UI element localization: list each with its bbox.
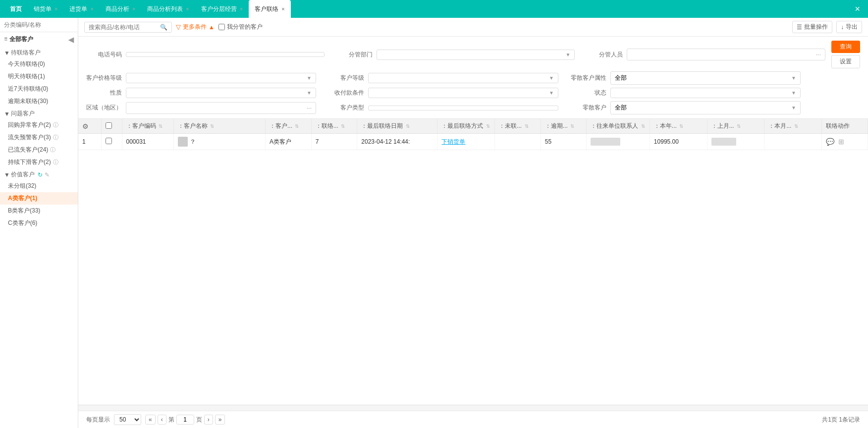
- page-prev-button[interactable]: ‹: [158, 415, 166, 425]
- dept-select[interactable]: ▼: [377, 50, 575, 60]
- th-last-way[interactable]: ：最后联络方式 ⇅: [437, 119, 495, 134]
- sidebar-item-c-class[interactable]: C类客户(6): [0, 217, 78, 229]
- group-value-customers[interactable]: ▼ 价值客户 ↻ ✎: [0, 168, 78, 180]
- th-last-month-label: ：上月...: [711, 122, 734, 129]
- nav-tab-purchase[interactable]: 进货单 ×: [63, 0, 99, 18]
- th-last-month[interactable]: ：上月... ⇅: [707, 119, 764, 134]
- more-filter-button[interactable]: ▽ 更多条件 ▲: [176, 23, 215, 31]
- payment-arrow-icon: ▼: [549, 90, 554, 96]
- th-contact[interactable]: ：联络... ⇅: [311, 119, 357, 134]
- sidebar-item-7days[interactable]: 近7天待联络(0): [0, 83, 78, 95]
- sidebar-item-today[interactable]: 今天待联络(0): [0, 58, 78, 70]
- cell-last-month: [707, 134, 764, 150]
- customer-contact-label: 客户联络: [255, 5, 278, 13]
- th-last-date-sort: ⇅: [406, 123, 410, 129]
- table-settings-icon[interactable]: ⚙: [82, 122, 89, 130]
- filter-field-payment: 收付款条件 ▼: [328, 88, 558, 98]
- nav-tab-product-analysis[interactable]: 商品分析 ×: [100, 0, 141, 18]
- th-action-label: 联络动作: [826, 122, 850, 129]
- close-purchase-icon[interactable]: ×: [90, 6, 93, 12]
- sidebar-item-ungrouped[interactable]: 未分组(32): [0, 180, 78, 192]
- close-customer-tier-icon[interactable]: ×: [240, 6, 243, 12]
- top-close-button[interactable]: ×: [851, 4, 864, 14]
- sidebar-item-a-class[interactable]: A类客户(1): [0, 192, 78, 205]
- sidebar-item-churned[interactable]: 已流失客户(24) ⓘ: [0, 144, 78, 156]
- my-customers-checkbox[interactable]: [218, 24, 225, 30]
- filter-search-input[interactable]: [89, 24, 158, 31]
- settings-button[interactable]: 设置: [831, 55, 860, 68]
- th-code[interactable]: ：客户编码 ⇅: [122, 119, 173, 134]
- group-pending-contact[interactable]: ▼ 待联络客户: [0, 47, 78, 58]
- payment-select[interactable]: ▼: [368, 88, 558, 98]
- page-next-button[interactable]: ›: [204, 415, 213, 425]
- nav-tab-home[interactable]: 首页: [4, 0, 28, 18]
- adv-filter-row-1: 电话号码 分管部门 ▼ 分管人员 ···: [86, 41, 860, 68]
- sidebar-item-churn-warning[interactable]: 流失预警客户(3) ⓘ: [0, 131, 78, 144]
- region-dots-icon[interactable]: ···: [307, 105, 312, 111]
- filter-search-icon[interactable]: 🔍: [160, 24, 167, 31]
- content-area: 🔍 ▽ 更多条件 ▲ 我分管的客户 ☰ 批量操作 ↓ 导出: [78, 18, 868, 428]
- ungrouped-label: 未分组(32): [8, 182, 36, 190]
- th-contact-sort: ⇅: [341, 123, 345, 129]
- retail-select[interactable]: 全部 ▼: [610, 101, 801, 114]
- all-customers-header[interactable]: ⠿ 全部客户 ◀: [0, 32, 78, 47]
- group-value-edit-icon[interactable]: ✎: [45, 171, 50, 178]
- close-customer-contact-icon[interactable]: ×: [281, 6, 284, 12]
- th-this-month[interactable]: ：本月... ⇅: [764, 119, 822, 134]
- horizontal-scrollbar[interactable]: [78, 405, 868, 411]
- batch-op-label: 批量操作: [804, 23, 828, 31]
- sidebar-item-overdue[interactable]: 逾期未联络(30): [0, 95, 78, 107]
- th-unit-contact[interactable]: ：往来单位联系人 ⇅: [587, 119, 650, 134]
- page-last-button[interactable]: »: [215, 415, 225, 425]
- th-no-contact[interactable]: ：未联... ⇅: [495, 119, 541, 134]
- select-all-checkbox[interactable]: [106, 122, 112, 129]
- sidebar-item-continuous-decline[interactable]: 持续下滑客户(2) ⓘ: [0, 156, 78, 168]
- customer-name-wrapper: ？: [178, 137, 261, 147]
- close-product-analysis-icon[interactable]: ×: [132, 6, 135, 12]
- top-nav: 首页 销货单 × 进货单 × 商品分析 × 商品分析列表 × 客户分层经营 × …: [0, 0, 868, 18]
- group-value-refresh-icon[interactable]: ↻: [38, 171, 43, 178]
- sidebar-collapse-icon[interactable]: ◀: [68, 36, 74, 44]
- th-this-year[interactable]: ：本年... ⇅: [650, 119, 707, 134]
- my-customers-checkbox-label[interactable]: 我分管的客户: [218, 23, 263, 31]
- last-way-link[interactable]: 下销货单: [441, 138, 465, 145]
- batch-op-button[interactable]: ☰ 批量操作: [792, 21, 832, 33]
- nature-select[interactable]: ▼: [126, 88, 316, 98]
- phone-input[interactable]: [126, 52, 325, 57]
- total-records: 共1页 1条记录: [822, 416, 860, 424]
- sidebar-item-b-class[interactable]: B类客户(33): [0, 205, 78, 217]
- nav-tab-product-list[interactable]: 商品分析列表 ×: [141, 0, 195, 18]
- close-product-list-icon[interactable]: ×: [186, 6, 189, 12]
- manager-input[interactable]: ···: [627, 49, 825, 60]
- action-qr-icon[interactable]: ⊞: [838, 138, 844, 146]
- sidebar-item-repurchase-abnormal[interactable]: 回购异常客户(2) ⓘ: [0, 119, 78, 131]
- action-chat-icon[interactable]: 💬: [826, 138, 834, 146]
- th-overdue[interactable]: ：逾期... ⇅: [541, 119, 587, 134]
- sidebar-search-input[interactable]: [4, 21, 78, 28]
- region-input[interactable]: ···: [126, 102, 316, 114]
- status-select[interactable]: ▼: [610, 88, 801, 98]
- page-input[interactable]: [176, 415, 194, 425]
- customer-grade-select[interactable]: ▼: [368, 73, 558, 83]
- sidebar-item-tomorrow[interactable]: 明天待联络(1): [0, 70, 78, 83]
- per-page-select[interactable]: 50 100 200: [114, 414, 141, 425]
- nav-tab-customer-contact[interactable]: 客户联络 ×: [249, 0, 290, 18]
- manager-dots-icon[interactable]: ···: [816, 51, 821, 58]
- product-list-label: 商品分析列表: [147, 5, 183, 13]
- th-last-date[interactable]: ：最后联络日期 ⇅: [357, 119, 437, 134]
- retail-attr-select[interactable]: 全部 ▼: [610, 71, 801, 85]
- filter-field-nature: 性质 ▼: [86, 88, 316, 98]
- price-grade-select[interactable]: ▼: [126, 73, 316, 83]
- th-grade[interactable]: ：客户... ⇅: [266, 119, 312, 134]
- page-first-button[interactable]: «: [145, 415, 156, 425]
- nature-label: 性质: [86, 89, 126, 97]
- group-problem-customers[interactable]: ▼ 问题客户: [0, 107, 78, 119]
- row-checkbox[interactable]: [106, 138, 112, 144]
- export-button[interactable]: ↓ 导出: [836, 21, 862, 33]
- nav-tab-sales[interactable]: 销货单 ×: [28, 0, 63, 18]
- query-button[interactable]: 查询: [831, 41, 860, 53]
- th-name[interactable]: ：客户名称 ⇅: [173, 119, 265, 134]
- customer-type-input[interactable]: [368, 106, 558, 110]
- nav-tab-customer-tier[interactable]: 客户分层经营 ×: [195, 0, 249, 18]
- close-sales-icon[interactable]: ×: [54, 6, 57, 12]
